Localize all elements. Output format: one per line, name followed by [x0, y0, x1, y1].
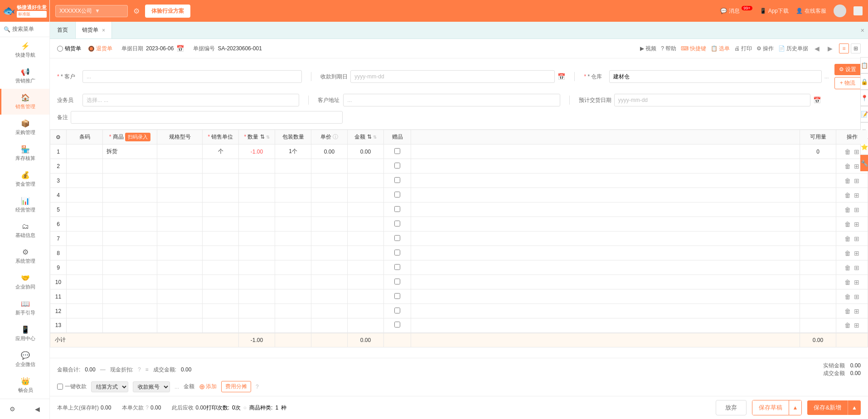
cell-product-5[interactable] [103, 202, 157, 217]
operate-action[interactable]: ⚙ 操作 [756, 45, 774, 53]
cell-pkgqty-10[interactable] [275, 275, 311, 289]
cell-gift-6[interactable] [384, 217, 411, 231]
sidebar-collapse-btn[interactable]: ◀ [33, 403, 42, 415]
cell-price-4[interactable] [311, 188, 348, 202]
delete-icon-3[interactable]: 🗑 [844, 177, 851, 184]
cell-qty-11[interactable] [239, 289, 275, 304]
sidebar-item-sales[interactable]: 🏠 销售管理 [0, 89, 49, 115]
delete-icon-6[interactable]: 🗑 [844, 221, 851, 228]
copy-icon-9[interactable]: ⊞ [854, 264, 859, 271]
company-selector[interactable]: XXXXXX公司 ▼ [55, 5, 128, 17]
cell-spec-6[interactable] [157, 217, 203, 231]
cell-gift-13[interactable] [384, 318, 411, 333]
delete-icon-8[interactable]: 🗑 [844, 250, 851, 257]
cell-pkgqty-13[interactable] [275, 318, 311, 333]
cell-price-1[interactable]: 0.00 [311, 144, 348, 159]
cell-qty-9[interactable] [239, 260, 275, 275]
cell-amount-1[interactable]: 0.00 [348, 144, 384, 159]
add-payment-button[interactable]: ⊕ 添加 [199, 382, 217, 391]
cash-discount-info[interactable]: ? [138, 366, 141, 373]
cell-product-10[interactable] [103, 275, 157, 289]
save-new-arrow[interactable]: ▲ [848, 400, 861, 415]
cell-barcode-4[interactable] [67, 188, 103, 202]
cell-price-8[interactable] [311, 246, 348, 260]
side-panel-btn-7[interactable]: 🔧 [860, 155, 868, 171]
cell-gift-12[interactable] [384, 304, 411, 318]
sidebar-item-wechat[interactable]: 💬 企业微信 [0, 347, 49, 372]
num-value[interactable]: SA-20230606-001 [218, 45, 262, 52]
cell-price-6[interactable] [311, 217, 348, 231]
topbar-gear-button[interactable]: ⚙ [131, 5, 141, 17]
cell-barcode-1[interactable] [67, 144, 103, 159]
cell-spec-8[interactable] [157, 246, 203, 260]
customer-address-input[interactable]: ... [343, 94, 560, 106]
help-action[interactable]: ? 帮助 [661, 45, 676, 53]
sidebar-item-app-center[interactable]: 📱 应用中心 [0, 321, 49, 347]
cell-product-4[interactable] [103, 188, 157, 202]
radio-sale-input[interactable] [57, 46, 63, 52]
cell-barcode-2[interactable] [67, 159, 103, 173]
th-settings[interactable]: ⚙ [50, 130, 67, 144]
delete-icon-5[interactable]: 🗑 [844, 206, 851, 213]
cell-amount-12[interactable] [348, 304, 384, 318]
sidebar-item-quick-nav[interactable]: ⚡ 快捷导航 [0, 37, 49, 63]
delete-icon-2[interactable]: 🗑 [844, 163, 851, 170]
expected-delivery-input[interactable]: yyyy-mm-dd [614, 94, 810, 106]
cell-unit-13[interactable] [203, 318, 239, 333]
date-calendar-icon[interactable]: 📅 [176, 45, 184, 52]
account-select[interactable]: 收款账号 [133, 381, 170, 392]
side-panel-btn-3[interactable]: 📍 [860, 90, 868, 106]
cell-price-10[interactable] [311, 275, 348, 289]
delete-icon-4[interactable]: 🗑 [844, 192, 851, 199]
cell-spec-1[interactable] [157, 144, 203, 159]
cell-qty-13[interactable] [239, 318, 275, 333]
cell-product-2[interactable] [103, 159, 157, 173]
payment-due-input[interactable]: yyyy-mm-dd [350, 70, 555, 83]
cell-unit-10[interactable] [203, 275, 239, 289]
cell-price-13[interactable] [311, 318, 348, 333]
sidebar-item-enterprise[interactable]: 🤝 企业协同 [0, 269, 49, 295]
select-action[interactable]: 📋 选单 [711, 45, 730, 53]
cell-amount-9[interactable] [348, 260, 384, 275]
cell-spec-5[interactable] [157, 202, 203, 217]
cell-gift-9[interactable] [384, 260, 411, 275]
gift-checkbox-11[interactable] [394, 293, 400, 299]
copy-icon-10[interactable]: ⊞ [854, 279, 859, 286]
cell-price-7[interactable] [311, 231, 348, 246]
cell-price-11[interactable] [311, 289, 348, 304]
delete-icon-7[interactable]: 🗑 [844, 235, 851, 242]
message-button[interactable]: 💬 消息 99+ [720, 7, 752, 15]
gift-checkbox-8[interactable] [394, 250, 400, 255]
cell-amount-10[interactable] [348, 275, 384, 289]
expected-delivery-calendar-icon[interactable]: 📅 [813, 96, 821, 104]
cell-qty-8[interactable] [239, 246, 275, 260]
cell-price-3[interactable] [311, 173, 348, 188]
onepay-checkbox[interactable] [57, 384, 63, 390]
cell-amount-2[interactable] [348, 159, 384, 173]
cell-amount-5[interactable] [348, 202, 384, 217]
cell-spec-3[interactable] [157, 173, 203, 188]
delete-icon-1[interactable]: 🗑 [844, 148, 851, 155]
cell-product-13[interactable] [103, 318, 157, 333]
cell-amount-11[interactable] [348, 289, 384, 304]
cell-spec-9[interactable] [157, 260, 203, 275]
cell-qty-12[interactable] [239, 304, 275, 318]
cell-barcode-12[interactable] [67, 304, 103, 318]
side-panel-btn-2[interactable]: 🔒 [860, 73, 868, 90]
cell-product-12[interactable] [103, 304, 157, 318]
cell-unit-4[interactable] [203, 188, 239, 202]
gift-checkbox-1[interactable] [394, 148, 400, 154]
gift-checkbox-10[interactable] [394, 279, 400, 284]
copy-icon-5[interactable]: ⊞ [854, 206, 859, 213]
gift-checkbox-12[interactable] [394, 308, 400, 313]
tabbar-close-all-button[interactable]: × [861, 27, 864, 34]
sidebar-item-member[interactable]: 👑 畅会员 [0, 372, 49, 398]
cell-price-5[interactable] [311, 202, 348, 217]
date-value[interactable]: 2023-06-06 [146, 45, 174, 52]
cell-qty-10[interactable] [239, 275, 275, 289]
cell-barcode-9[interactable] [67, 260, 103, 275]
copy-icon-8[interactable]: ⊞ [854, 250, 859, 257]
shortcut-action[interactable]: ⌨ 快捷键 [681, 45, 706, 53]
cell-spec-4[interactable] [157, 188, 203, 202]
cell-pkgqty-5[interactable] [275, 202, 311, 217]
